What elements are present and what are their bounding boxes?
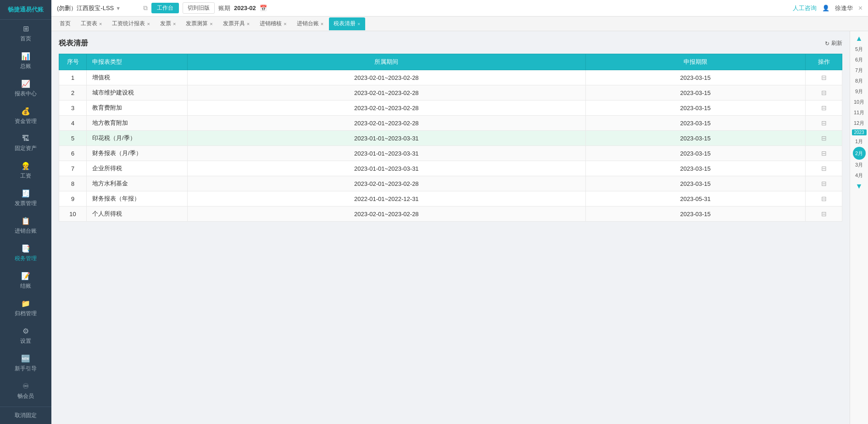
month-2-2023-active[interactable]: 2月 [853, 147, 866, 160]
tab-close-icon[interactable]: × [247, 21, 250, 27]
cell-action: ⊟ [806, 116, 842, 131]
year-2023-badge[interactable]: 2023 [852, 129, 867, 135]
col-index: 序号 [59, 54, 87, 70]
sidebar-item-finance[interactable]: 💰 资金管理 [0, 102, 51, 130]
sidebar-item-label: 固定资产 [15, 145, 37, 152]
month-7-2022[interactable]: 7月 [850, 65, 868, 76]
topbar-close-icon[interactable]: × [858, 4, 862, 12]
sidebar-item-invoice[interactable]: 🧾 发票管理 [0, 184, 51, 212]
sidebar-item-close[interactable]: 📝 结账 [0, 267, 51, 295]
sidebar-item-member[interactable]: ♾ 畅会员 [0, 377, 51, 405]
sidebar-item-archive[interactable]: 📁 归档管理 [0, 295, 51, 322]
cell-type: 财务报表（月/季） [87, 146, 188, 161]
calendar-icon[interactable]: 📅 [260, 5, 267, 11]
col-deadline: 申报期限 [585, 54, 805, 70]
cell-deadline: 2023-05-31 [585, 191, 805, 206]
home-icon: ⊞ [23, 24, 29, 33]
tax-table: 序号 申报表类型 所属期间 申报期限 操作 1 增值税 2023-02-01~2… [59, 54, 842, 222]
sidebar-item-salary[interactable]: 👷 工资 [0, 157, 51, 184]
tab-invoice[interactable]: 发票 × [156, 17, 180, 30]
tab-invoice-issue[interactable]: 发票开具 × [218, 17, 254, 30]
company-selector[interactable]: (勿删）江西股宝-LSS ▼ [57, 4, 139, 12]
settings-icon: ⚙ [22, 327, 29, 335]
action-icon[interactable]: ⊟ [821, 74, 827, 81]
sidebar-item-guide[interactable]: 🆕 新手引导 [0, 350, 51, 377]
tab-close-icon[interactable]: × [284, 21, 286, 27]
sidebar-item-settings[interactable]: ⚙ 设置 [0, 322, 51, 350]
sidebar-item-home[interactable]: ⊞ 首页 [0, 20, 51, 47]
nav-up-arrow[interactable]: ▲ [854, 33, 864, 44]
cell-deadline: 2023-03-15 [585, 70, 805, 85]
tab-purchase-ledger[interactable]: 进销台账 × [292, 17, 328, 30]
tab-close-icon[interactable]: × [357, 21, 360, 27]
cell-period: 2023-02-01~2023-02-28 [188, 206, 586, 222]
sidebar-item-purchase-sales[interactable]: 📋 进销台账 [0, 212, 51, 240]
tab-tax-list[interactable]: 税表清册 × [329, 17, 365, 30]
sidebar-item-reports[interactable]: 📈 报表中心 [0, 75, 51, 102]
tab-invoice-calc[interactable]: 发票测算 × [181, 17, 217, 30]
cell-action: ⊟ [806, 176, 842, 191]
month-6-2022[interactable]: 6月 [850, 55, 868, 65]
month-12-2022[interactable]: 12月 [850, 118, 868, 128]
sidebar-item-label: 设置 [20, 337, 31, 345]
action-icon[interactable]: ⊟ [821, 165, 827, 172]
tab-close-icon[interactable]: × [321, 21, 323, 27]
cell-period: 2023-01-01~2023-03-31 [188, 146, 586, 161]
archive-icon: 📁 [21, 299, 30, 308]
month-11-2022[interactable]: 11月 [850, 107, 868, 118]
tab-label: 进销台账 [297, 20, 319, 28]
company-dropdown-arrow: ▼ [116, 6, 121, 11]
cell-type: 增值税 [87, 70, 188, 85]
table-row: 4 地方教育附加 2023-02-01~2023-02-28 2023-03-1… [59, 116, 842, 131]
action-icon[interactable]: ⊟ [821, 180, 827, 187]
cell-index: 1 [59, 70, 87, 85]
cell-deadline: 2023-03-15 [585, 100, 805, 116]
action-icon[interactable]: ⊟ [821, 104, 827, 112]
switch-old-button[interactable]: 切到旧版 [183, 2, 215, 14]
action-icon[interactable]: ⊟ [821, 150, 827, 157]
sidebar-item-tax[interactable]: 📑 税务管理 [0, 240, 51, 267]
month-10-2022[interactable]: 10月 [850, 97, 868, 107]
cell-deadline: 2023-03-15 [585, 161, 805, 176]
user-name[interactable]: 徐逢华 [835, 4, 853, 12]
cell-period: 2023-01-01~2023-03-31 [188, 161, 586, 176]
action-icon[interactable]: ⊟ [821, 195, 827, 202]
cell-index: 7 [59, 161, 87, 176]
tab-close-icon[interactable]: × [147, 21, 150, 27]
refresh-label: 刷新 [831, 39, 842, 47]
action-icon[interactable]: ⊟ [821, 119, 827, 127]
month-9-2022[interactable]: 9月 [850, 86, 868, 97]
member-icon: ♾ [22, 382, 29, 391]
action-icon[interactable]: ⊟ [821, 134, 827, 142]
table-row: 10 个人所得税 2023-02-01~2023-02-28 2023-03-1… [59, 206, 842, 222]
sidebar-item-assets[interactable]: 🏗 固定资产 [0, 130, 51, 157]
table-row: 7 企业所得税 2023-01-01~2023-03-31 2023-03-15… [59, 161, 842, 176]
sidebar-item-label: 进销台账 [15, 227, 37, 235]
action-icon[interactable]: ⊟ [821, 89, 827, 96]
tabbar: 首页 工资表 × 工资统计报表 × 发票 × 发票测算 × 发票开具 × 进销稽… [51, 17, 868, 31]
ai-consult-link[interactable]: 人工咨询 [793, 4, 817, 12]
tab-close-icon[interactable]: × [173, 21, 176, 27]
nav-down-arrow[interactable]: ▼ [854, 181, 864, 192]
month-3-2023[interactable]: 3月 [850, 160, 868, 170]
action-icon[interactable]: ⊟ [821, 210, 827, 218]
tab-close-icon[interactable]: × [210, 21, 212, 27]
cell-action: ⊟ [806, 70, 842, 85]
workbench-button[interactable]: 工作台 [151, 3, 179, 13]
unpin-button[interactable]: 取消固定 [0, 407, 51, 424]
month-5-2022[interactable]: 5月 [850, 44, 868, 55]
tab-close-icon[interactable]: × [99, 21, 102, 27]
refresh-button[interactable]: ↻ 刷新 [825, 39, 842, 47]
tab-salary-report[interactable]: 工资统计报表 × [107, 17, 154, 30]
cell-action: ⊟ [806, 206, 842, 222]
ledger-icon: 📊 [21, 52, 30, 61]
right-panel: ▲ 5月 6月 7月 8月 9月 10月 11月 12月 2023 1月 2月 … [850, 31, 868, 424]
tab-salary-table[interactable]: 工资表 × [76, 17, 106, 30]
table-row: 9 财务报表（年报） 2022-01-01~2022-12-31 2023-05… [59, 191, 842, 206]
tab-purchase-audit[interactable]: 进销稽核 × [255, 17, 291, 30]
month-8-2022[interactable]: 8月 [850, 76, 868, 86]
tab-home[interactable]: 首页 [55, 20, 75, 28]
month-1-2023[interactable]: 1月 [850, 136, 868, 147]
month-4-2023[interactable]: 4月 [850, 170, 868, 181]
sidebar-item-ledger[interactable]: 📊 总账 [0, 47, 51, 75]
